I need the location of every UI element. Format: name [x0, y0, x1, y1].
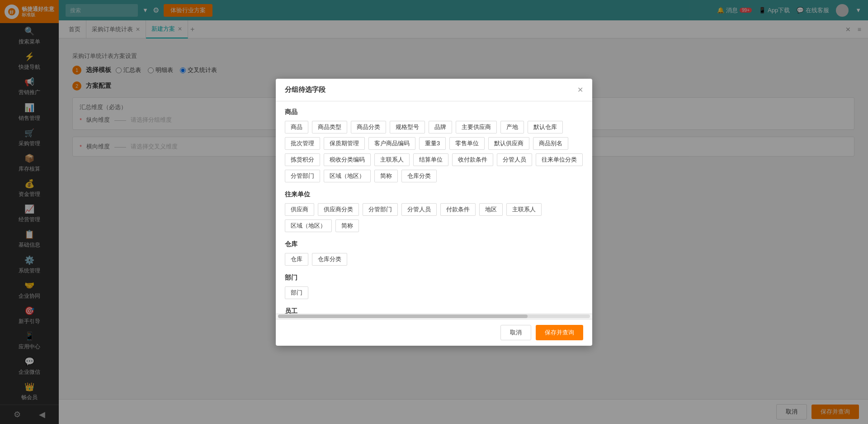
field-tag-仓库分类[interactable]: 仓库分类 [401, 170, 437, 182]
modal-horizontal-scrollbar[interactable] [276, 314, 592, 319]
field-tag-分管人员[interactable]: 分管人员 [497, 153, 532, 166]
field-tag-区域（地区）[interactable]: 区域（地区） [324, 170, 371, 182]
field-tag-税收分类编码[interactable]: 税收分类编码 [324, 153, 371, 166]
field-tag-部门[interactable]: 部门 [285, 286, 308, 299]
field-tag-批次管理[interactable]: 批次管理 [285, 137, 320, 150]
field-tag-结算单位[interactable]: 结算单位 [413, 153, 448, 166]
field-tag-保质期管理[interactable]: 保质期管理 [324, 137, 365, 150]
field-tag-分管部门[interactable]: 分管部门 [363, 203, 398, 216]
field-tags-department: 部门 [285, 286, 583, 299]
field-tags-goods: 商品商品类型商品分类规格型号品牌主要供应商产地默认仓库批次管理保质期管理客户商品… [285, 121, 583, 182]
modal-header: 分组待选字段 ✕ [276, 79, 592, 101]
field-tag-产地[interactable]: 产地 [500, 121, 524, 133]
field-tag-分管人员[interactable]: 分管人员 [401, 203, 437, 216]
field-tag-简称[interactable]: 简称 [335, 219, 359, 232]
scrollbar-track [278, 314, 590, 318]
field-tag-供应商[interactable]: 供应商 [285, 203, 314, 216]
field-tag-默认仓库[interactable]: 默认仓库 [528, 121, 563, 133]
field-select-modal: 分组待选字段 ✕ 商品商品商品类型商品分类规格型号品牌主要供应商产地默认仓库批次… [276, 79, 592, 346]
modal-overlay[interactable]: 分组待选字段 ✕ 商品商品商品类型商品分类规格型号品牌主要供应商产地默认仓库批次… [0, 0, 868, 424]
field-tag-付款条件[interactable]: 付款条件 [440, 203, 476, 216]
field-tag-收付款条件[interactable]: 收付款条件 [452, 153, 493, 166]
field-tag-拣货积分[interactable]: 拣货积分 [285, 153, 320, 166]
section-department: 部门部门 [285, 274, 583, 299]
field-tag-往来单位分类[interactable]: 往来单位分类 [536, 153, 583, 166]
field-tag-默认供应商[interactable]: 默认供应商 [488, 137, 529, 150]
field-tag-规格型号[interactable]: 规格型号 [390, 121, 425, 133]
section-title-warehouse: 仓库 [285, 240, 583, 248]
field-tag-仓库分类[interactable]: 仓库分类 [312, 253, 347, 266]
section-employee: 员工业务员 [285, 307, 583, 314]
scrollbar-thumb[interactable] [278, 314, 528, 318]
field-tags-counterpart: 供应商供应商分类分管部门分管人员付款条件地区主联系人区域（地区）简称 [285, 203, 583, 232]
field-tag-主联系人[interactable]: 主联系人 [506, 203, 542, 216]
field-tag-商品类型[interactable]: 商品类型 [312, 121, 347, 133]
field-tag-地区[interactable]: 地区 [479, 203, 503, 216]
section-title-employee: 员工 [285, 307, 583, 314]
field-tag-商品别名[interactable]: 商品别名 [533, 137, 568, 150]
field-tag-分管部门[interactable]: 分管部门 [285, 170, 320, 182]
modal-title: 分组待选字段 [285, 86, 326, 94]
modal-confirm-btn[interactable]: 保存并查询 [536, 325, 583, 340]
modal-close-icon[interactable]: ✕ [577, 86, 583, 94]
field-tag-商品[interactable]: 商品 [285, 121, 308, 133]
field-tag-简称[interactable]: 简称 [374, 170, 398, 182]
field-tag-仓库[interactable]: 仓库 [285, 253, 308, 266]
section-goods: 商品商品商品类型商品分类规格型号品牌主要供应商产地默认仓库批次管理保质期管理客户… [285, 108, 583, 182]
section-title-department: 部门 [285, 274, 583, 282]
field-tag-品牌[interactable]: 品牌 [429, 121, 452, 133]
modal-body: 商品商品商品类型商品分类规格型号品牌主要供应商产地默认仓库批次管理保质期管理客户… [276, 101, 592, 314]
field-tag-零售单位[interactable]: 零售单位 [449, 137, 485, 150]
field-tags-warehouse: 仓库仓库分类 [285, 253, 583, 266]
section-counterpart: 往来单位供应商供应商分类分管部门分管人员付款条件地区主联系人区域（地区）简称 [285, 191, 583, 232]
field-tag-供应商分类[interactable]: 供应商分类 [318, 203, 359, 216]
section-warehouse: 仓库仓库仓库分类 [285, 240, 583, 266]
modal-footer: 取消 保存并查询 [276, 319, 592, 346]
field-tag-主要供应商[interactable]: 主要供应商 [456, 121, 497, 133]
section-title-counterpart: 往来单位 [285, 191, 583, 199]
field-tag-区域（地区）[interactable]: 区域（地区） [285, 219, 332, 232]
modal-cancel-btn[interactable]: 取消 [500, 325, 531, 340]
field-tag-客户商品编码[interactable]: 客户商品编码 [368, 137, 415, 150]
field-tag-主联系人[interactable]: 主联系人 [374, 153, 410, 166]
field-tag-商品分类[interactable]: 商品分类 [351, 121, 386, 133]
field-tag-重量3[interactable]: 重量3 [419, 137, 446, 150]
section-title-goods: 商品 [285, 108, 583, 116]
